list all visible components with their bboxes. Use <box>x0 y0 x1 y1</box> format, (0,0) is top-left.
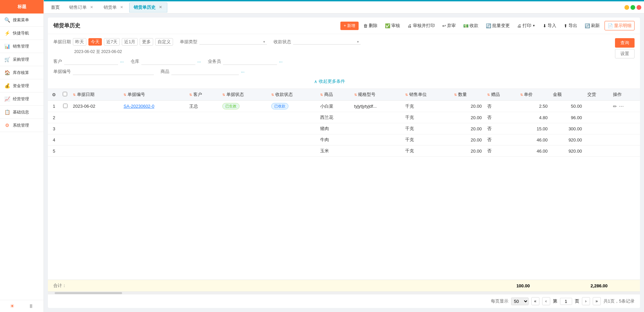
scrollbar-area[interactable] <box>48 291 640 294</box>
payment-status-badge: 已收款 <box>271 103 288 109</box>
sidebar-item-sys-mgmt[interactable]: ⚙ 系统管理 <box>0 119 44 132</box>
refresh-button[interactable]: 🔃 刷新 <box>582 21 603 30</box>
staff-dots[interactable]: ··· <box>279 59 283 64</box>
tab-sales-history-close[interactable]: ✕ <box>158 5 163 10</box>
row-order-no: SA-20230602-0 <box>121 101 187 112</box>
row-num: 4 <box>48 134 60 146</box>
date-yesterday[interactable]: 昨天 <box>73 38 86 46</box>
window-maximize-btn[interactable] <box>631 5 635 10</box>
row-action <box>610 123 640 134</box>
sidebar-item-purchase-mgmt[interactable]: 🛒 采购管理 <box>0 53 44 66</box>
abandon-button[interactable]: ↩ 弃审 <box>440 21 458 30</box>
sidebar-item-inventory[interactable]: 🏠 库存核算 <box>0 66 44 79</box>
col-qty[interactable]: ⇅ 数量 <box>451 89 484 101</box>
type-dropdown-icon: ▼ <box>263 40 266 44</box>
row-qty: 20.00 <box>451 134 484 146</box>
tab-sales-history[interactable]: 销货单历史 ✕ <box>129 2 167 12</box>
col-unit[interactable]: ⇅ 销售单位 <box>402 89 451 101</box>
sidebar-item-search-menu[interactable]: 🔍 搜索菜单 <box>0 14 44 27</box>
sidebar-item-quick-nav[interactable]: ⚡ 快捷导航 <box>0 27 44 40</box>
page-input[interactable] <box>560 298 572 305</box>
row-checkbox[interactable] <box>63 104 67 108</box>
more-icon[interactable]: ⋯ <box>619 104 624 109</box>
collect-button[interactable]: 💵 收款 <box>460 21 481 30</box>
warehouse-input[interactable] <box>141 58 195 65</box>
row-goods: 猪肉 <box>317 123 351 134</box>
main-area: 首页 销售订单 ✕ 销货单 ✕ 销货单历史 ✕ 销货单历史 + 新增 <box>44 0 644 312</box>
col-order-status[interactable]: ⇅ 单据状态 <box>220 89 269 101</box>
col-customer[interactable]: ⇅ 客户 <box>187 89 220 101</box>
filter-date: 单据日期 昨天 今天 近7天 近1月 更多 自定义 <box>53 38 173 46</box>
audit-button[interactable]: ✅ 审核 <box>382 21 403 30</box>
date-1month[interactable]: 近1月 <box>122 38 138 46</box>
filter-row-3: 单据编号 商品 ··· <box>53 68 606 75</box>
sidebar-item-basic-info[interactable]: 📋 基础信息 <box>0 106 44 119</box>
batch-change-button[interactable]: 🔄 批量变更 <box>483 21 512 30</box>
gear-icon: ⚙ <box>4 122 10 128</box>
sidebar-bottom-icon2[interactable]: ⏸ <box>28 303 34 309</box>
tab-sales-order-close[interactable]: ✕ <box>89 5 94 10</box>
warehouse-dots[interactable]: ··· <box>197 59 201 64</box>
payment-select[interactable]: ▼ <box>293 40 361 45</box>
page-suffix: 页 <box>575 298 579 304</box>
collapse-button[interactable]: ∧ 收起更多条件 <box>314 78 345 84</box>
tab-sales-delivery-close[interactable]: ✕ <box>119 5 124 10</box>
staff-input[interactable] <box>223 58 277 65</box>
customer-label: 客户 <box>53 58 62 64</box>
new-button[interactable]: + 新增 <box>340 22 359 30</box>
last-page-btn[interactable]: » <box>593 297 601 305</box>
table-body: 1 2023-06-02 SA-20230602-0 王总 已生效 已收款 小白… <box>48 101 640 157</box>
table-row: 3 猪肉 千克 20.00 否 15.00 300.00 <box>48 123 640 134</box>
next-page-btn[interactable]: › <box>582 297 590 305</box>
order-no-input[interactable] <box>73 68 154 75</box>
type-select[interactable]: ▼ <box>199 40 267 45</box>
payment-status-sort-icon: ⇅ <box>271 93 274 97</box>
import-button[interactable]: ⬇ 导入 <box>540 21 559 30</box>
query-button[interactable]: 查询 <box>615 38 635 48</box>
col-price[interactable]: ⇅ 单价 <box>517 89 551 101</box>
date-more[interactable]: 更多 <box>140 38 153 46</box>
warehouse-label: 仓库 <box>131 58 139 64</box>
first-page-btn[interactable]: « <box>531 297 539 305</box>
sidebar-item-finance[interactable]: 💰 资金管理 <box>0 79 44 93</box>
tab-sales-delivery[interactable]: 销货单 ✕ <box>99 2 129 12</box>
export-button[interactable]: ⬆ 导出 <box>561 21 580 30</box>
show-detail-button[interactable]: 📄 显示明细 <box>605 21 635 30</box>
date-7days[interactable]: 近7天 <box>104 38 120 46</box>
col-order-no[interactable]: ⇅ 单据编号 <box>121 89 187 101</box>
audit-print-button[interactable]: 🖨 审核并打印 <box>405 21 438 30</box>
row-customer <box>187 134 220 146</box>
tab-sales-order[interactable]: 销售订单 ✕ <box>65 2 99 12</box>
col-payment-status[interactable]: ⇅ 收款状态 <box>269 89 317 101</box>
page-size-select[interactable]: 50 100 200 <box>511 297 529 305</box>
customer-input[interactable] <box>64 58 118 65</box>
col-spec[interactable]: ⇅ 规格型号 <box>352 89 403 101</box>
sidebar-bottom-icon1[interactable]: ☀ <box>10 303 15 309</box>
date-custom[interactable]: 自定义 <box>155 38 173 46</box>
date-today[interactable]: 今天 <box>88 38 102 46</box>
row-payment-status <box>269 123 317 134</box>
tab-home[interactable]: 首页 <box>47 2 64 12</box>
col-goods[interactable]: ⇅ 商品 <box>317 89 351 101</box>
import-icon: ⬇ <box>543 23 547 28</box>
row-price: 46.00 <box>517 146 551 157</box>
goods-input[interactable] <box>171 68 239 75</box>
sidebar-item-ops-mgmt[interactable]: 📈 经营管理 <box>0 93 44 106</box>
col-gift[interactable]: ⇅ 赠品 <box>484 89 517 101</box>
settings-button[interactable]: 设置 <box>615 49 635 58</box>
customer-dots[interactable]: ··· <box>120 59 124 64</box>
print-button[interactable]: 🖨 打印 ▼ <box>514 21 538 30</box>
row-transaction <box>585 134 611 146</box>
col-settings[interactable]: ⚙ <box>48 89 60 101</box>
window-minimize-btn[interactable] <box>624 5 629 10</box>
edit-icon[interactable]: ✏ <box>613 104 617 109</box>
order-no-link[interactable]: SA-20230602-0 <box>123 104 154 109</box>
col-date[interactable]: ⇅ 单据日期 <box>70 89 121 101</box>
row-unit: 千克 <box>402 112 451 123</box>
prev-page-btn[interactable]: ‹ <box>542 297 550 305</box>
select-all-checkbox[interactable] <box>63 92 67 96</box>
delete-button[interactable]: 🗑 删除 <box>361 21 380 30</box>
goods-dots[interactable]: ··· <box>241 69 245 74</box>
sidebar-item-sales-mgmt[interactable]: 📊 销售管理 <box>0 40 44 53</box>
window-close-btn[interactable] <box>637 5 641 10</box>
